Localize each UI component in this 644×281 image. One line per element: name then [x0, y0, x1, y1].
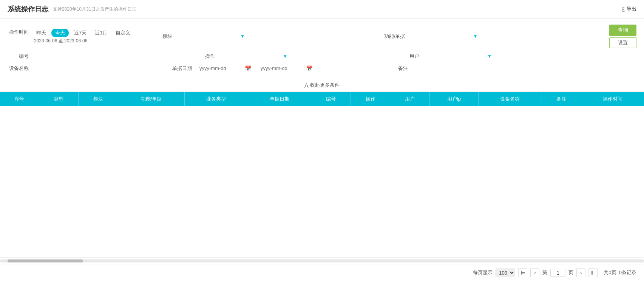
time-filter-label: 操作时间 — [8, 29, 29, 36]
per-page-label: 每页显示 — [473, 269, 493, 276]
first-page-button[interactable]: ⊨ — [518, 268, 527, 277]
date-start-input[interactable] — [198, 65, 243, 72]
table-header: 序号类型模块功能/单据业务类型单据日期编号操作用户用户ip设备名称备注操作时间 — [0, 92, 644, 106]
module-label: 模块 — [151, 33, 172, 40]
calendar-end-icon[interactable]: 📅 — [306, 65, 312, 71]
user-label: 用户 — [398, 53, 419, 60]
prev-page-button[interactable]: ‹ — [530, 268, 539, 277]
date-range-sep: — — [253, 66, 258, 71]
doc-date-label: 单据日期 — [171, 65, 192, 72]
remark-input[interactable] — [414, 65, 488, 72]
export-label: 导出 — [627, 6, 636, 12]
month-btn[interactable]: 近1月 — [92, 29, 110, 37]
page-unit-label: 页 — [568, 269, 573, 276]
operation-label: 操作 — [194, 53, 215, 60]
number-end-input[interactable] — [112, 53, 179, 60]
export-icon: ⎘ — [622, 6, 625, 12]
number-start-input[interactable] — [35, 53, 101, 60]
func-select[interactable] — [411, 33, 479, 40]
empty-area — [0, 106, 644, 239]
export-button[interactable]: ⎘ 导出 — [622, 6, 636, 12]
custom-btn[interactable]: 自定义 — [113, 29, 133, 37]
device-label: 设备名称 — [8, 65, 29, 72]
remark-label: 备注 — [387, 65, 408, 72]
number-label: 编号 — [8, 53, 29, 60]
page-title: 系统操作日志 — [8, 5, 48, 14]
date-end-input[interactable] — [259, 65, 304, 72]
table-col-业务类型: 业务类型 — [185, 92, 248, 106]
week-btn[interactable]: 近7天 — [71, 29, 90, 37]
table-col-序号: 序号 — [0, 92, 39, 106]
pagination-bar: 每页显示 100 50 200 ⊨ ‹ 第 页 › ⊩ 共0页, 0条记录 — [0, 264, 644, 281]
collapse-button[interactable]: ⋀ 收起更多条件 — [304, 82, 340, 88]
collapse-icon: ⋀ — [304, 82, 309, 88]
page-subtitle: 支持2020年10月31日之后产生的操作日志 — [53, 6, 136, 12]
calendar-start-icon[interactable]: 📅 — [245, 65, 251, 71]
settings-button[interactable]: 设置 — [609, 37, 636, 48]
collapse-label: 收起更多条件 — [310, 82, 340, 88]
page-size-select[interactable]: 100 50 200 — [496, 269, 515, 277]
func-label: 功能/单据 — [384, 33, 405, 40]
table-col-编号: 编号 — [311, 92, 351, 106]
horizontal-scrollbar[interactable] — [0, 257, 644, 264]
range-sep: — — [104, 54, 109, 59]
table-col-设备名称: 设备名称 — [478, 92, 542, 106]
table-col-操作: 操作 — [351, 92, 390, 106]
table-col-类型: 类型 — [39, 92, 78, 106]
module-select[interactable] — [178, 33, 246, 40]
query-button[interactable]: 查询 — [609, 25, 636, 36]
table-col-单据日期: 单据日期 — [248, 92, 311, 106]
user-select[interactable] — [425, 53, 493, 60]
yesterday-btn[interactable]: 昨天 — [33, 29, 49, 37]
total-records-label: 共0页, 0条记录 — [604, 269, 636, 276]
time-range-display: 2023-06-06 至 2023-06-06 — [34, 38, 133, 44]
data-table: 序号类型模块功能/单据业务类型单据日期编号操作用户用户ip设备名称备注操作时间 — [0, 92, 644, 106]
table-col-模块: 模块 — [79, 92, 118, 106]
last-page-button[interactable]: ⊩ — [588, 268, 598, 277]
table-col-用户: 用户 — [390, 92, 429, 106]
next-page-button[interactable]: › — [576, 268, 585, 277]
page-number-input[interactable] — [550, 269, 565, 277]
device-input[interactable] — [35, 65, 156, 72]
page-prefix-label: 第 — [542, 269, 547, 276]
table-col-功能/单据: 功能/单据 — [118, 92, 184, 106]
table-col-备注: 备注 — [542, 92, 581, 106]
table-col-操作时间: 操作时间 — [581, 92, 644, 106]
today-btn[interactable]: 今天 — [51, 29, 69, 37]
table-col-用户ip: 用户ip — [429, 92, 478, 106]
operation-select[interactable] — [221, 53, 289, 60]
